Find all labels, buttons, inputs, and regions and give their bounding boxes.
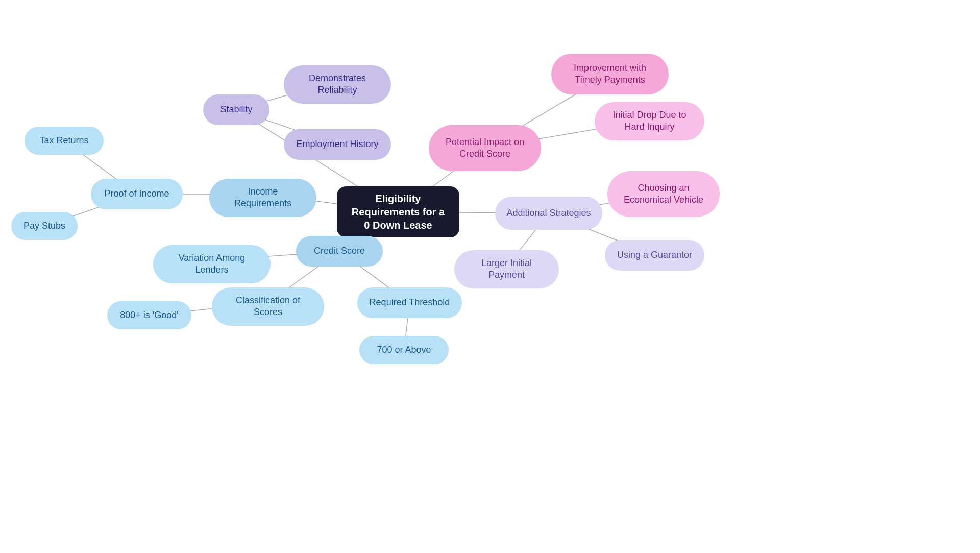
node-variation_lenders[interactable]: Variation Among Lenders (153, 245, 271, 283)
node-economical_vehicle[interactable]: Choosing an Economical Vehicle (607, 171, 720, 217)
node-credit_score[interactable]: Credit Score (296, 236, 383, 267)
node-larger_initial[interactable]: Larger Initial Payment (454, 250, 559, 288)
node-using_guarantor[interactable]: Using a Guarantor (605, 240, 704, 271)
node-potential_impact[interactable]: Potential Impact on Credit Score (429, 125, 541, 171)
node-additional_strategies[interactable]: Additional Strategies (495, 197, 602, 230)
node-center[interactable]: Eligibility Requirements for a 0 Down Le… (337, 186, 459, 237)
node-eight_hundred_good[interactable]: 800+ is 'Good' (107, 301, 191, 329)
node-required_threshold[interactable]: Required Threshold (357, 287, 462, 318)
node-proof_of_income[interactable]: Proof of Income (91, 179, 183, 209)
node-stability[interactable]: Stability (203, 94, 270, 125)
node-initial_drop[interactable]: Initial Drop Due to Hard Inquiry (595, 102, 704, 140)
node-employment_history[interactable]: Employment History (284, 129, 391, 160)
node-pay_stubs[interactable]: Pay Stubs (11, 212, 78, 240)
mindmap-canvas: Eligibility Requirements for a 0 Down Le… (0, 0, 980, 553)
node-classification_scores[interactable]: Classification of Scores (212, 287, 324, 326)
node-income_requirements[interactable]: Income Requirements (209, 179, 316, 217)
node-improvement_timely[interactable]: Improvement with Timely Payments (551, 54, 669, 94)
node-seven_hundred_above[interactable]: 700 or Above (359, 336, 449, 364)
node-demonstrates_reliability[interactable]: Demonstrates Reliability (284, 65, 391, 104)
node-tax_returns[interactable]: Tax Returns (24, 127, 104, 155)
